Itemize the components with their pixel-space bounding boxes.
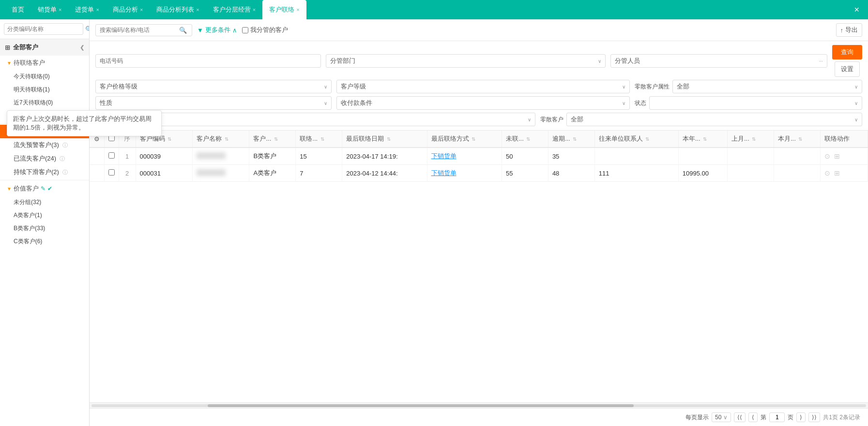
td-date-2: 2023-04-12 14:44: bbox=[342, 165, 427, 182]
search-input[interactable] bbox=[100, 27, 177, 33]
sidebar-group-waiting[interactable]: ▼ 待联络客户 bbox=[0, 56, 89, 70]
th-last-month[interactable]: 上月... ⇅ bbox=[728, 131, 774, 147]
per-page-label: 每页显示 bbox=[685, 413, 709, 422]
sidebar-item-today[interactable]: 今天待联络(0) bbox=[0, 70, 89, 83]
settings-btn[interactable]: 设置 bbox=[835, 61, 860, 77]
th-uncontacted[interactable]: 未联... ⇅ bbox=[502, 131, 548, 147]
filter-payment[interactable]: 收付款条件 ∨ bbox=[336, 96, 630, 110]
td-checkbox-2 bbox=[104, 165, 119, 182]
search-icon[interactable]: 🔍 bbox=[179, 27, 187, 34]
td-last-month-1 bbox=[728, 147, 774, 165]
grid-icon-1[interactable]: ⊞ bbox=[834, 152, 840, 160]
nav-product-list-close[interactable]: × bbox=[196, 7, 199, 13]
sidebar-item-tomorrow[interactable]: 明天待联络(1) bbox=[0, 83, 89, 96]
sidebar-item-class-b[interactable]: B类客户(33) bbox=[0, 222, 89, 235]
filter-phone[interactable]: 电话号码 bbox=[95, 54, 321, 68]
total-info: 共1页 2条记录 bbox=[823, 413, 860, 422]
filter-customer-level[interactable]: 客户等级 ∨ bbox=[336, 80, 630, 93]
filter-dept[interactable]: 分管部门 ∨ bbox=[326, 54, 606, 68]
nav-customer-tier-close[interactable]: × bbox=[253, 7, 256, 13]
td-method-2[interactable]: 下销货单 bbox=[427, 165, 502, 182]
row-checkbox-1[interactable] bbox=[108, 152, 115, 159]
query-btn[interactable]: 查询 bbox=[832, 45, 862, 59]
sidebar-item-declining[interactable]: 持续下滑客户(2) ⓘ bbox=[0, 165, 89, 179]
filter-customer-type[interactable]: 客户类型 ∨ bbox=[124, 113, 535, 126]
th-this-month[interactable]: 本月... ⇅ bbox=[774, 131, 820, 147]
scroll-thumb[interactable] bbox=[208, 404, 634, 407]
nav-sales-close[interactable]: × bbox=[59, 7, 61, 13]
per-page-select[interactable]: 50 ∨ bbox=[712, 412, 731, 422]
th-contact-count[interactable]: 联络... ⇅ bbox=[296, 131, 342, 147]
pagination: 每页显示 50 ∨ ⟨⟨ ⟨ 第 页 ⟩ ⟩⟩ 共1页 2条记录 bbox=[90, 408, 868, 426]
info-icon4: ⓘ bbox=[62, 169, 68, 175]
sidebar-item-7days[interactable]: 近7天待联络(0) bbox=[0, 96, 89, 109]
sidebar-item-class-c[interactable]: C类客户(6) bbox=[0, 235, 89, 248]
td-this-month-1 bbox=[774, 147, 820, 165]
grid-icon-2[interactable]: ⊞ bbox=[834, 169, 840, 177]
nav-sales[interactable]: 销货单 × bbox=[31, 0, 68, 19]
td-method-1[interactable]: 下销货单 bbox=[427, 147, 502, 165]
td-uncontacted-2: 55 bbox=[502, 165, 548, 182]
td-this-month-2 bbox=[774, 165, 820, 182]
check-icon[interactable]: ✔ bbox=[47, 185, 52, 192]
sidebar-search-icon[interactable]: 🔍 bbox=[85, 26, 90, 33]
td-seq-1: 1 bbox=[119, 147, 136, 165]
scroll-track bbox=[91, 404, 866, 407]
nav-purchase-close[interactable]: × bbox=[96, 7, 99, 13]
my-customers-filter[interactable]: 我分管的客户 bbox=[242, 26, 288, 34]
th-partner[interactable]: 往来单位联系人 ⇅ bbox=[594, 131, 678, 147]
filter-nature-label: 性质 bbox=[100, 99, 112, 107]
th-name[interactable]: 客户名称 ⇅ bbox=[192, 131, 249, 147]
customer-name-1 bbox=[197, 152, 226, 159]
edit-icon[interactable]: ✎ bbox=[41, 185, 46, 192]
sidebar-item-ungrouped[interactable]: 未分组(32) bbox=[0, 196, 89, 209]
page-input[interactable] bbox=[769, 412, 785, 422]
th-last-contact-date[interactable]: 最后联络日期 ⇅ bbox=[342, 131, 427, 147]
filter-scatter-customer: 零散客户 全部 ∨ bbox=[540, 113, 862, 126]
nav-customer-contact[interactable]: 客户联络 × bbox=[262, 0, 306, 19]
sidebar-content: ⊞ 全部客户 ❮ ▼ 待联络客户 今天待联络(0) 明天待联络(1) 近7天待联… bbox=[0, 39, 89, 426]
sidebar-group-value[interactable]: ▼ 价值客户 ✎ ✔ bbox=[0, 181, 89, 196]
last-contact-method-link-2[interactable]: 下销货单 bbox=[431, 169, 457, 176]
sidebar-item-loss-warning[interactable]: 流失预警客户(3) ⓘ bbox=[0, 138, 89, 152]
nav-purchase[interactable]: 进货单 × bbox=[68, 0, 106, 19]
next-page-btn[interactable]: ⟩ bbox=[796, 412, 806, 422]
filter-manager-select[interactable]: 分管人员 ··· bbox=[610, 54, 827, 68]
nav-product-analysis-close[interactable]: × bbox=[140, 7, 143, 13]
filter-scatter-attr-select[interactable]: 全部 ∨ bbox=[672, 80, 862, 93]
link-icon-2[interactable]: ⊙ bbox=[824, 169, 830, 177]
sidebar-collapse-icon[interactable]: ❮ bbox=[80, 44, 84, 51]
th-this-year[interactable]: 本年... ⇅ bbox=[678, 131, 727, 147]
th-type[interactable]: 客户... ⇅ bbox=[249, 131, 296, 147]
th-last-contact-method[interactable]: 最后联络方式 ⇅ bbox=[427, 131, 502, 147]
table-body: 1 000039 B类客户 15 2023-04-17 14:19: 下销货单 … bbox=[90, 147, 868, 182]
last-contact-method-link-1[interactable]: 下销货单 bbox=[431, 152, 457, 160]
table-scroll-bar[interactable] bbox=[90, 402, 868, 408]
export-btn[interactable]: ↑ 导出 bbox=[836, 23, 863, 37]
filter-status-select[interactable]: ∨ bbox=[649, 96, 862, 110]
filter-price-level[interactable]: 客户价格等级 ∨ bbox=[95, 80, 332, 93]
td-checkbox-1 bbox=[104, 147, 119, 165]
nav-home[interactable]: 首页 bbox=[5, 0, 31, 19]
sidebar-item-class-a[interactable]: A类客户(1) bbox=[0, 209, 89, 222]
prev-page-btn[interactable]: ⟨ bbox=[748, 412, 758, 422]
table-header-row: ⚙ 序 客户编码 ⇅ 客户名称 ⇅ 客户... ⇅ 联络... ⇅ 最后联络日期… bbox=[90, 131, 868, 147]
filter-scatter-customer-select[interactable]: 全部 ∨ bbox=[566, 113, 862, 126]
sidebar-item-lost[interactable]: 已流失客户(24) ⓘ bbox=[0, 152, 89, 165]
nav-customer-contact-close[interactable]: × bbox=[296, 7, 299, 13]
last-page-btn[interactable]: ⟩⟩ bbox=[808, 412, 820, 422]
nav-product-list[interactable]: 商品分析列表 × bbox=[150, 0, 206, 19]
first-page-btn[interactable]: ⟨⟨ bbox=[734, 412, 746, 422]
row-checkbox-2[interactable] bbox=[108, 169, 115, 176]
nav-customer-tier[interactable]: 客户分层经营 × bbox=[206, 0, 262, 19]
nav-product-analysis[interactable]: 商品分析 × bbox=[106, 0, 150, 19]
more-conditions-btn[interactable]: ▼ 更多条件 ∧ bbox=[197, 26, 237, 34]
sidebar-search-input[interactable] bbox=[4, 23, 83, 35]
window-close-btn[interactable]: × bbox=[850, 5, 863, 15]
link-icon-1[interactable]: ⊙ bbox=[824, 152, 830, 160]
my-customers-checkbox[interactable] bbox=[242, 27, 248, 33]
th-overdue[interactable]: 逾期... ⇅ bbox=[548, 131, 594, 147]
filter-row-1: 电话号码 分管部门 ∨ 分管人员 ··· 查询 设置 bbox=[95, 45, 862, 77]
filter-nature[interactable]: 性质 ∨ bbox=[95, 96, 332, 110]
sidebar-all-customers[interactable]: ⊞ 全部客户 ❮ bbox=[0, 39, 89, 56]
